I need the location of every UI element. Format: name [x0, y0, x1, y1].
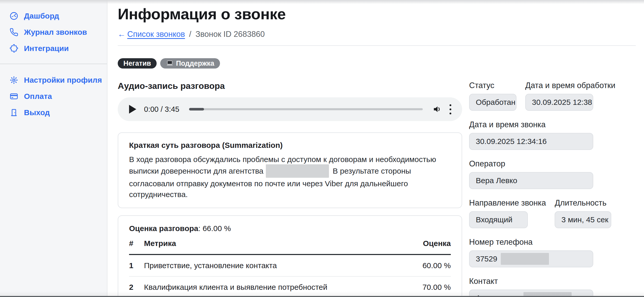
sidebar-item-integrations[interactable]: Интеграции — [0, 40, 107, 56]
table-row: 1 Приветствие, установление контакта 60.… — [129, 254, 451, 276]
phone-icon — [9, 28, 19, 37]
score-total-value: 66.00 % — [202, 224, 231, 233]
sidebar-item-billing[interactable]: Оплата — [0, 88, 107, 104]
main-content: Информация о звонке ← Список звонков / З… — [107, 0, 644, 297]
sentiment-badge-label: Негатив — [123, 60, 151, 67]
sidebar-item-profile-settings[interactable]: Настройки профиля — [0, 72, 107, 88]
table-row: 2 Квалификация клиента и выявление потре… — [129, 276, 451, 297]
laptop-icon — [166, 60, 174, 67]
field-label: Длительность — [555, 198, 611, 208]
audio-section-title: Аудио-запись разговора — [118, 81, 462, 91]
redacted-text — [523, 292, 572, 297]
sidebar-divider — [0, 64, 107, 64]
sidebar-item-label: Оплата — [24, 92, 52, 101]
score-title-label: Оценка разговора — [129, 224, 198, 233]
metric-score: 70.00 % — [411, 276, 451, 297]
field-processed-datetime: Дата и время обработки 30.09.2025 12:38:… — [525, 81, 615, 111]
summary-text: В ходе разговора обсуждались проблемы с … — [129, 154, 452, 200]
contact-name: Автоконтакт — [476, 294, 519, 297]
call-details-panel: Статус Обработан Дата и время обработки … — [469, 81, 593, 297]
metric-score: 60.00 % — [411, 254, 451, 276]
back-arrow-icon: ← — [118, 29, 126, 39]
status-value: Обработан — [469, 94, 516, 111]
summary-card: Краткая суть разговора (Summarization) В… — [118, 132, 462, 208]
page-title: Информация о звонке — [118, 6, 636, 23]
duration-value: 3 мин, 45 сек — [555, 211, 611, 228]
field-phone-number: Номер телефона 37529 — [469, 237, 593, 267]
call-analysis-column: Аудио-запись разговора 0:00 / 3:45 — [118, 81, 462, 297]
column-header-metric: Метрика — [144, 239, 411, 254]
phone-number-value: 37529 — [469, 250, 593, 267]
sidebar-item-label: Выход — [24, 108, 50, 117]
summary-title: Краткая суть разговора (Summarization) — [129, 140, 452, 150]
topic-badge-label: Поддержка — [176, 60, 214, 67]
volume-icon[interactable] — [433, 105, 442, 114]
audio-seek-progress — [189, 108, 204, 111]
audio-seek-bar[interactable] — [189, 108, 423, 110]
direction-value: Входящий — [469, 211, 528, 228]
field-label: Дата и время обработки — [525, 81, 615, 90]
field-label: Оператор — [469, 159, 593, 168]
metric-num: 1 — [129, 254, 144, 276]
header-divider — [118, 45, 636, 46]
credit-card-icon — [9, 92, 19, 101]
metrics-header-row: # Метрика Оценка — [129, 239, 451, 254]
breadcrumb: ← Список звонков / Звонок ID 2683860 — [118, 29, 636, 39]
field-operator: Оператор Вера Левко — [469, 159, 593, 189]
sidebar-item-call-log[interactable]: Журнал звонков — [0, 24, 107, 40]
redacted-text — [501, 253, 549, 265]
score-title: Оценка разговора: 66.00 % — [129, 224, 451, 233]
breadcrumb-current: Звонок ID 2683860 — [196, 29, 265, 39]
door-icon — [9, 108, 19, 117]
sidebar-item-label: Настройки профиля — [24, 76, 102, 84]
phone-number-prefix: 37529 — [476, 254, 497, 263]
sidebar-item-dashboard[interactable]: Дашборд — [0, 8, 107, 24]
topic-badge: Поддержка — [160, 58, 220, 69]
field-status: Статус Обработан — [469, 81, 516, 111]
field-call-datetime: Дата и время звонка 30.09.2025 12:34:16 — [469, 120, 593, 150]
play-icon[interactable] — [129, 105, 136, 114]
metric-name: Приветствие, установление контакта — [144, 254, 411, 276]
call-datetime-value: 30.09.2025 12:34:16 — [469, 133, 593, 150]
sentiment-badge: Негатив — [118, 58, 157, 69]
puzzle-icon — [9, 44, 19, 53]
redacted-text — [266, 164, 329, 178]
gauge-icon — [9, 11, 19, 21]
call-info-page: Дашборд Журнал звонков Интеграции — [0, 0, 644, 297]
field-call-direction: Направление звонка Входящий — [469, 198, 546, 228]
column-header-score: Оценка — [411, 239, 451, 254]
gear-icon — [9, 75, 19, 85]
tag-badges: Негатив Поддержка — [118, 58, 636, 69]
metric-num: 2 — [129, 276, 144, 297]
metric-name: Квалификация клиента и выявление потребн… — [144, 276, 411, 297]
contact-value: Автоконтакт — [469, 290, 593, 297]
operator-value: Вера Левко — [469, 172, 593, 189]
field-label: Направление звонка — [469, 198, 546, 208]
sidebar: Дашборд Журнал звонков Интеграции — [0, 0, 107, 297]
sidebar-item-logout[interactable]: Выход — [0, 104, 107, 121]
field-label: Статус — [469, 81, 516, 90]
sidebar-item-label: Журнал звонков — [24, 28, 87, 37]
column-header-num: # — [129, 239, 144, 254]
sidebar-item-label: Дашборд — [24, 12, 59, 20]
processed-datetime-value: 30.09.2025 12:38:03 — [525, 94, 593, 111]
field-contact: Контакт Автоконтакт — [469, 277, 593, 297]
breadcrumb-separator: / — [189, 29, 191, 39]
sidebar-item-label: Интеграции — [24, 44, 69, 53]
audio-menu-icon[interactable] — [450, 104, 451, 114]
field-label: Дата и время звонка — [469, 120, 593, 129]
breadcrumb-back-link[interactable]: Список звонков — [127, 29, 185, 39]
score-card: Оценка разговора: 66.00 % # Метрика Оцен… — [118, 215, 462, 297]
audio-time: 0:00 / 3:45 — [144, 105, 179, 114]
field-label: Номер телефона — [469, 237, 593, 247]
field-label: Контакт — [469, 277, 593, 286]
field-duration: Длительность 3 мин, 45 сек — [555, 198, 611, 228]
audio-player[interactable]: 0:00 / 3:45 — [118, 97, 462, 121]
metrics-table: # Метрика Оценка 1 Приветствие, установл… — [129, 239, 451, 297]
score-title-separator: : — [198, 224, 203, 233]
